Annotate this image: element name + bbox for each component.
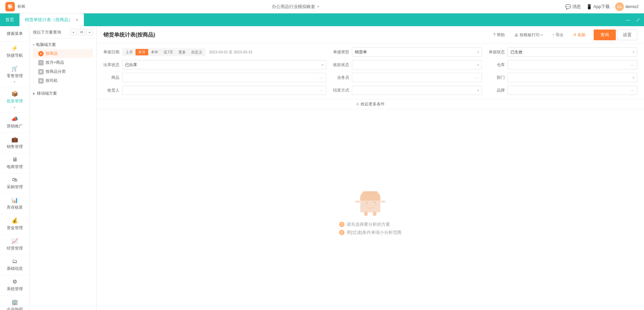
sidebar-item-ecommerce[interactable]: 🖥 电商管理 — [0, 153, 29, 173]
sidebar-basic-label: 基础信息 — [7, 266, 23, 271]
scheme-item-by-category[interactable]: ▦ 按商品分类 — [33, 67, 93, 76]
scheme-item-icon-by-month-product: ≡ — [38, 60, 44, 65]
sidebar-item-finance[interactable]: 💰 资金管理 — [0, 214, 29, 235]
export-button[interactable]: ↑ 导出 — [549, 31, 566, 39]
empty-tip-2-text: 用[过滤]条件来缩小分析范围 — [346, 229, 401, 236]
filter-doc-status-label: 单据状态 — [489, 49, 505, 55]
date-tab-custom[interactable]: 自定义 — [189, 49, 205, 55]
tab-minimize-icon[interactable]: — — [625, 16, 632, 23]
sidebar-item-sales[interactable]: 💼 销售管理 — [0, 133, 29, 153]
filter-department-label: 部门 — [489, 75, 505, 81]
sidebar-item-shortcut[interactable]: ⚡ 快捷导航 — [0, 42, 29, 62]
date-tab-this-year[interactable]: 本年 — [148, 49, 161, 55]
sidebar-search-label[interactable]: 搜索菜单 — [7, 29, 23, 39]
date-tab-last-7-days[interactable]: 近7天 — [161, 49, 176, 55]
date-tab-this-month[interactable]: 本月 — [136, 49, 148, 55]
workspace-label: 办公用品行业模拟账套 — [272, 4, 315, 10]
sidebar-item-retail[interactable]: 🛒 零售管理 ▾ — [0, 62, 29, 87]
date-tabs: 上月 本月 本年 近7天 更多 自定义 — [122, 48, 206, 56]
sidebar-item-company[interactable]: 🏢 企业协同 — [0, 296, 29, 310]
filter-warehouse-input[interactable]: ··· — [507, 60, 637, 69]
help-button[interactable]: ? 帮助 — [490, 31, 507, 39]
collapse-row[interactable]: ∧ 收起更多条件 — [97, 99, 644, 109]
filter-date-label: 单据日期 — [103, 49, 119, 55]
svg-rect-9 — [381, 201, 385, 203]
scheme-panel: 按以下方案查询 + ⟳ « ▾ 电脑端方案 ● 按商品 ≡ — [30, 26, 97, 310]
filter-product-input[interactable]: ··· — [122, 73, 326, 82]
date-tab-last-month[interactable]: 上月 — [123, 49, 136, 55]
filter-warehouse-dots-icon[interactable]: ··· — [630, 62, 634, 67]
workspace-selector[interactable]: 办公用品行业模拟账套 ▾ — [272, 4, 319, 10]
scheme-add-button[interactable]: + — [70, 29, 77, 36]
filter-department-input[interactable]: ▾ — [507, 73, 637, 82]
scheme-desktop-title[interactable]: ▾ 电脑端方案 — [33, 41, 93, 49]
scheme-item-by-cashier[interactable]: ▦ 按司机 — [33, 76, 93, 85]
filter-salesperson-dots-icon[interactable]: ··· — [475, 75, 479, 80]
tab-close-icon[interactable]: ✕ — [75, 18, 78, 22]
scheme-mobile-title[interactable]: ▶ 移动端方案 — [33, 89, 93, 98]
filter-row-2: 出库状态 已出库 ▾ 收款状态 ▾ 仓库 — [103, 60, 637, 69]
tip-num-2: 2 — [339, 230, 344, 235]
sidebar-item-system[interactable]: ⚙ 系统管理 — [0, 275, 29, 296]
page-title: 销货单统计表(按商品) — [103, 32, 155, 39]
filter-settlement-input[interactable]: ▾ — [352, 86, 482, 95]
scheme-refresh-button[interactable]: ⟳ — [78, 29, 85, 36]
finance-icon: 💰 — [11, 217, 18, 224]
tab-stats[interactable]: 销货单统计表（按商品） ✕ — [19, 13, 84, 26]
date-tab-more[interactable]: 更多 — [176, 49, 189, 55]
sidebar-purchase-label: 采购管理 — [7, 184, 23, 190]
svg-rect-10 — [364, 212, 368, 216]
message-label: 消息 — [572, 4, 581, 10]
sidebar-wholesale-label: 批发管理 — [7, 98, 23, 104]
wholesale-arrow-icon: ▴ — [14, 105, 15, 109]
avatar: Ea — [615, 2, 624, 11]
scheme-mobile-label: 移动端方案 — [37, 91, 57, 96]
query-button[interactable]: 查询 — [594, 30, 616, 40]
svg-point-7 — [374, 203, 375, 204]
sidebar-shortcut-label: 快捷导航 — [7, 53, 23, 58]
sidebar-item-marketing[interactable]: 📣 营销推广 — [0, 112, 29, 133]
setting-button[interactable]: 设置 — [617, 30, 637, 40]
scheme-collapse-button[interactable]: « — [86, 29, 93, 36]
company-icon: 🏢 — [11, 299, 18, 305]
sidebar-item-wholesale[interactable]: 📦 批发管理 ▴ — [0, 87, 29, 112]
template-print-button[interactable]: 🖨 按模板打印 ▾ — [512, 31, 545, 39]
logo-sub-text: 标账 — [17, 4, 25, 9]
user-avatar-area[interactable]: Ea demo2 — [615, 2, 639, 11]
filter-payment-status-input[interactable]: ▾ — [352, 60, 482, 69]
refresh-label: 刷新 — [578, 32, 586, 38]
filter-department-field: 部门 ▾ — [489, 73, 637, 82]
user-label: demo2 — [625, 4, 639, 9]
app-download-button[interactable]: 📱 App下载 — [586, 4, 610, 10]
filter-date-field: 单据日期 上月 本月 本年 近7天 更多 自定义 2023-03-01 至 20… — [103, 48, 326, 56]
sidebar-company-label: 企业协同 — [7, 307, 23, 310]
sidebar-item-inventory[interactable]: 📊 库存核算 — [0, 194, 29, 214]
empty-tip-1: 1 请先选择要分析的方案 — [339, 221, 401, 227]
filter-brand-input[interactable]: ··· — [507, 86, 637, 95]
sidebar-item-basic[interactable]: 🗂 基础信息 — [0, 255, 29, 275]
filter-product-dots-icon[interactable]: ··· — [319, 75, 323, 80]
message-button[interactable]: 💬 消息 — [565, 4, 581, 10]
tab-home[interactable]: 首页 — [0, 13, 19, 26]
refresh-button[interactable]: ↺ 刷新 — [570, 31, 588, 39]
sidebar-ecommerce-label: 电商管理 — [7, 164, 23, 170]
scheme-item-by-product-label: 按商品 — [46, 51, 58, 56]
header-right: 💬 消息 📱 App下载 Ea demo2 — [565, 2, 639, 11]
filter-out-status-input[interactable]: 已出库 ▾ — [122, 60, 326, 69]
sidebar-item-operation[interactable]: 📈 经营管理 — [0, 235, 29, 255]
filter-doc-type-input[interactable]: 销货单 ▾ — [352, 47, 482, 57]
tab-home-label: 首页 — [5, 17, 14, 23]
filter-salesperson-input[interactable]: ··· — [352, 73, 482, 82]
filter-brand-dots-icon[interactable]: ··· — [630, 88, 634, 93]
top-header: 畅 标账 办公用品行业模拟账套 ▾ 💬 消息 📱 App下载 Ea demo2 — [0, 0, 644, 13]
scheme-item-by-month-product[interactable]: ≡ 按月+商品 — [33, 58, 93, 67]
scheme-item-by-product[interactable]: ● 按商品 — [33, 49, 93, 58]
filter-recipient-dots-icon[interactable]: ··· — [319, 88, 323, 93]
tab-expand-icon[interactable]: ⤢ — [635, 16, 641, 23]
content-area: 按以下方案查询 + ⟳ « ▾ 电脑端方案 ● 按商品 ≡ — [30, 26, 644, 310]
filter-recipient-input[interactable]: ··· — [122, 86, 326, 95]
template-print-label: 按模板打印 — [520, 32, 540, 38]
filter-doc-status-input[interactable]: 已生效 ▾ — [507, 47, 637, 57]
sidebar-item-purchase[interactable]: 🛍 采购管理 — [0, 173, 29, 194]
tip-num-1: 1 — [339, 222, 344, 227]
